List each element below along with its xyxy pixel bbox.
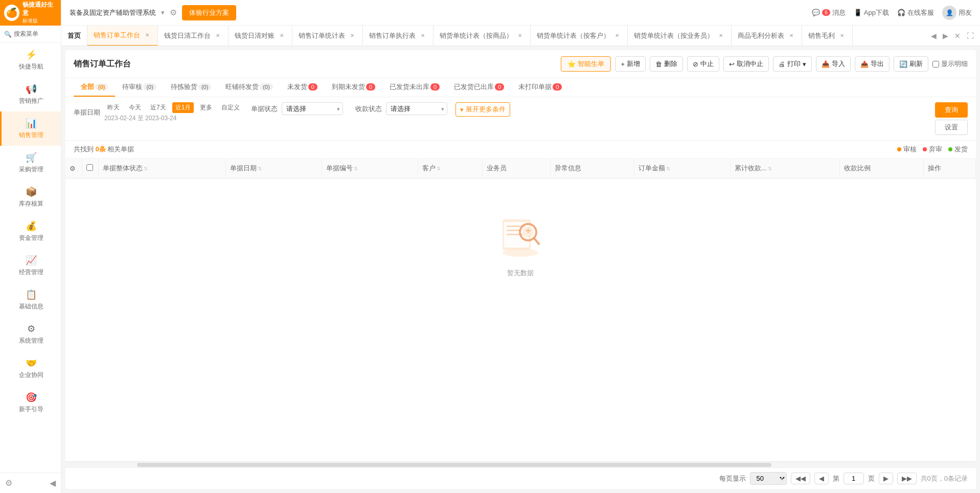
cancel-review-action[interactable]: 弃审 <box>923 145 942 154</box>
expand-conditions-button[interactable]: ▾ 展开更多条件 <box>455 102 510 117</box>
date-opt-yesterday[interactable]: 昨天 <box>104 102 123 113</box>
refresh-button[interactable]: 🔄 刷新 <box>894 56 928 72</box>
th-amount[interactable]: 订单金额⇅ <box>634 159 731 178</box>
tab-sales-summary-customer[interactable]: 销货单统计表（按客户） ✕ <box>531 26 628 46</box>
tab-scroll-left-icon[interactable]: ◀ <box>929 30 939 42</box>
th-collected[interactable]: 累计收款...⇅ <box>730 159 839 178</box>
th-date[interactable]: 单据日期⇅ <box>226 159 322 178</box>
payment-select[interactable]: 请选择 <box>386 102 447 115</box>
sidebar-item-quick-nav[interactable]: ⚡ 快捷导航 <box>0 43 61 77</box>
tab-goods-margin[interactable]: 商品毛利分析表 ✕ <box>732 26 802 46</box>
th-abnormal[interactable]: 异常信息 <box>551 159 634 178</box>
user-menu[interactable]: 👤 用友 <box>942 6 972 20</box>
sub-tab-shipped-not-out[interactable]: 已发货未出库0 <box>382 78 447 97</box>
tab-cash-daily[interactable]: 钱货日清工作台 ✕ <box>158 26 229 46</box>
sidebar-item-purchase[interactable]: 🛒 采购管理 <box>0 146 61 180</box>
sidebar-item-enterprise[interactable]: 🤝 企业协同 <box>0 351 61 386</box>
tab-close-sales-workbench[interactable]: ✕ <box>143 31 151 39</box>
tab-sales-profit[interactable]: 销售毛利 ✕ <box>802 26 853 46</box>
select-all-checkbox[interactable] <box>86 164 93 171</box>
th-checkbox[interactable] <box>82 159 98 178</box>
date-opt-more[interactable]: 更多 <box>197 102 215 113</box>
date-opt-today[interactable]: 今天 <box>126 102 144 113</box>
date-opt-7days[interactable]: 近7天 <box>147 102 169 113</box>
date-opt-1month[interactable]: 近1月 <box>172 102 194 113</box>
online-service-button[interactable]: 🎧 在线客服 <box>897 8 934 17</box>
horizontal-scrollbar[interactable] <box>65 461 976 467</box>
page-next-button[interactable]: ▶ <box>879 473 893 484</box>
th-settings[interactable]: ⚙ <box>65 159 82 178</box>
tab-sales-summary-product[interactable]: 销货单统计表（按商品） ✕ <box>434 26 531 46</box>
sidebar-item-marketing[interactable]: 📢 营销推广 <box>0 77 61 111</box>
topbar-settings-icon[interactable]: ⚙ <box>170 8 177 17</box>
sub-tab-pending-check[interactable]: 待拣验货(0) <box>164 78 218 97</box>
industry-solution-button[interactable]: 体验行业方案 <box>182 5 236 20</box>
review-action[interactable]: 审核 <box>897 145 917 154</box>
th-customer[interactable]: 客户⇅ <box>418 159 482 178</box>
sidebar-item-operations[interactable]: 📈 经营管理 <box>0 249 61 283</box>
sidebar-item-guide[interactable]: 🎯 新手引导 <box>0 386 61 420</box>
tab-close-cash-reconcile[interactable]: ✕ <box>278 32 286 39</box>
smart-create-button[interactable]: ⭐ 智能生单 <box>561 56 611 72</box>
sidebar-item-finance[interactable]: 💰 资金管理 <box>0 214 61 249</box>
show-detail-checkbox[interactable] <box>932 61 939 68</box>
scrollbar-thumb[interactable] <box>137 463 771 467</box>
sidebar-search[interactable]: 🔍 搜索菜单 <box>0 26 61 43</box>
th-staff[interactable]: 业务员 <box>482 159 550 178</box>
tab-home[interactable]: 首页 <box>61 26 87 46</box>
sub-tab-all[interactable]: 全部(0) <box>74 78 115 97</box>
th-ratio[interactable]: 收款比例 <box>839 159 923 178</box>
show-detail-label[interactable]: 显示明细 <box>932 59 968 69</box>
sidebar-item-sales[interactable]: 📊 销售管理 <box>0 111 61 146</box>
th-number[interactable]: 单据编号⇅ <box>322 159 418 178</box>
sidebar-item-inventory[interactable]: 📦 库存核算 <box>0 180 61 214</box>
tab-close-all-icon[interactable]: ✕ <box>952 30 963 42</box>
sidebar-item-system[interactable]: ⚙ 系统管理 <box>0 317 61 351</box>
tab-cash-reconcile[interactable]: 钱货日清对账 ✕ <box>229 26 292 46</box>
filter-setting-button[interactable]: 设置 <box>935 120 968 135</box>
status-select[interactable]: 请选择 <box>282 102 343 115</box>
export-button[interactable]: 📤 导出 <box>855 56 890 72</box>
tab-close-staff[interactable]: ✕ <box>717 32 725 39</box>
sidebar-settings-icon[interactable]: ⚙ <box>5 478 12 488</box>
tab-close-sales-profit[interactable]: ✕ <box>838 32 846 39</box>
tab-close-sales-exec[interactable]: ✕ <box>419 32 427 39</box>
tab-close-cash-daily[interactable]: ✕ <box>214 32 222 39</box>
page-number-input[interactable] <box>844 473 864 484</box>
sub-tab-pending-review[interactable]: 待审核(0) <box>115 78 163 97</box>
tab-sales-stats[interactable]: 销售订单统计表 ✕ <box>292 26 363 46</box>
query-button[interactable]: 查询 <box>935 102 968 118</box>
tab-sales-workbench[interactable]: 销售订单工作台 ✕ <box>87 26 158 46</box>
tab-maximize-icon[interactable]: ⛶ <box>965 30 976 42</box>
page-last-button[interactable]: ▶▶ <box>897 473 917 484</box>
date-opt-custom[interactable]: 自定义 <box>218 102 243 113</box>
tab-close-sales-stats[interactable]: ✕ <box>348 32 356 39</box>
cancel-stop-button[interactable]: ↩ 取消中止 <box>723 56 769 72</box>
sidebar-item-basic-info[interactable]: 📋 基础信息 <box>0 283 61 317</box>
print-button[interactable]: 🖨 打印 ▾ <box>773 56 812 72</box>
tab-scroll-right-icon[interactable]: ▶ <box>941 30 950 42</box>
message-button[interactable]: 💬 6 消息 <box>812 8 846 17</box>
sub-tab-shipped-out[interactable]: 已发货已出库0 <box>447 78 511 97</box>
page-size-select[interactable]: 10 20 50 100 <box>750 472 787 485</box>
page-first-button[interactable]: ◀◀ <box>791 473 810 484</box>
app-download-button[interactable]: 📱 App下载 <box>854 8 889 17</box>
sub-tab-wangpu[interactable]: 旺铺待发货(0) <box>218 78 280 97</box>
delete-button[interactable]: 🗑 删除 <box>650 56 683 72</box>
th-status[interactable]: 单据整体状态⇅ <box>98 159 226 178</box>
stop-button[interactable]: ⊘ 中止 <box>687 56 719 72</box>
tab-close-product[interactable]: ✕ <box>516 32 524 39</box>
sub-tab-not-shipped[interactable]: 未发货0 <box>280 78 325 97</box>
tab-sales-summary-staff[interactable]: 销货单统计表（按业务员） ✕ <box>628 26 732 46</box>
ship-action[interactable]: 发货 <box>948 145 968 154</box>
sub-tab-overdue-not-shipped[interactable]: 到期未发货0 <box>325 78 382 97</box>
tab-sales-exec[interactable]: 销售订单执行表 ✕ <box>363 26 434 46</box>
page-prev-button[interactable]: ◀ <box>814 473 829 484</box>
sidebar-collapse-icon[interactable]: ◀ <box>50 478 56 488</box>
sub-tab-not-printed[interactable]: 未打印单据0 <box>511 78 569 97</box>
add-button[interactable]: + 新增 <box>615 56 646 72</box>
tab-close-goods-margin[interactable]: ✕ <box>787 32 795 39</box>
tab-close-customer[interactable]: ✕ <box>613 32 621 39</box>
import-button[interactable]: 📥 导入 <box>816 56 851 72</box>
topbar-dropdown-icon[interactable]: ▾ <box>161 9 165 16</box>
